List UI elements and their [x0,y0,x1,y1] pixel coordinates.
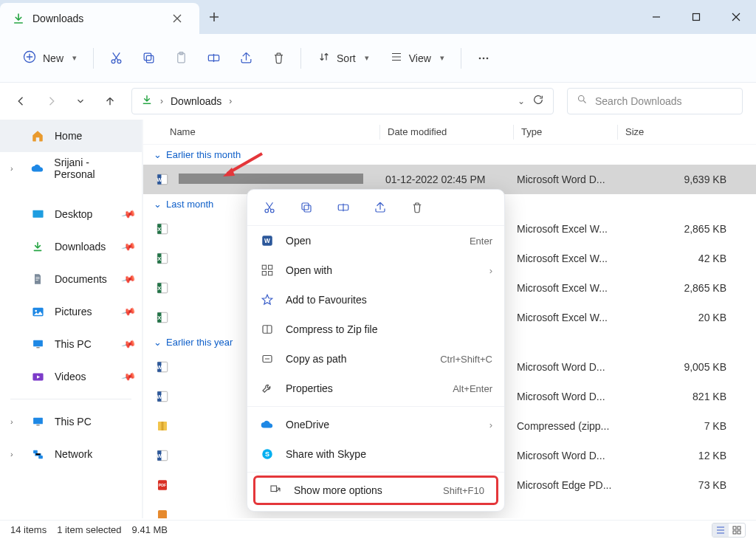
side-label: Documents [55,273,107,285]
file-size: 2,865 KB [626,223,756,235]
copypath-icon [259,352,275,365]
pin-icon[interactable]: 📌 [120,304,136,320]
ctx-compress[interactable]: Compress to Zip file [247,315,504,344]
chevron-down-icon: ▾ [440,53,444,63]
close-window-button[interactable] [716,0,756,34]
search-box[interactable] [567,88,743,114]
paste-button[interactable] [166,44,196,73]
zip-icon [259,323,275,336]
cut-button[interactable] [259,197,280,218]
file-size: 9,639 KB [626,174,756,185]
sidebar-item-onedrive[interactable]: › Srijani - Personal [0,152,142,185]
side-label: Home [55,130,82,142]
pin-icon[interactable]: 📌 [120,272,136,287]
grid-view-button[interactable] [729,523,745,537]
sidebar-item-network[interactable]: › Network [0,438,142,470]
column-type[interactable]: Type [514,126,617,137]
ctx-skype[interactable]: S Share with Skype [247,439,504,469]
file-type: Microsoft Word D... [517,361,626,373]
copy-button[interactable] [296,197,317,218]
ctx-show-more[interactable]: Show more options Shift+F10 [255,478,496,503]
view-button[interactable]: View ▾ [381,44,453,73]
more-button[interactable] [469,44,498,73]
chevron-down-icon[interactable]: ⌄ [518,96,525,106]
ctx-add-favourites[interactable]: Add to Favourites [247,285,504,315]
pin-icon[interactable]: 📌 [120,207,136,222]
rename-button[interactable] [333,197,354,218]
ctx-open-with[interactable]: Open with › [247,255,504,285]
excel-icon: X [154,252,171,265]
column-name[interactable]: Name [143,126,379,137]
delete-button[interactable] [407,197,427,218]
sidebar-item-videos[interactable]: Videos 📌 [0,360,142,393]
svg-text:X: X [157,255,161,262]
back-button[interactable] [13,93,30,109]
file-list: Name Date modified Type Size ⌄Earlier th… [143,120,756,518]
rename-button[interactable] [199,44,228,73]
refresh-button[interactable] [532,94,544,109]
minimize-button[interactable] [636,0,676,34]
file-type: Microsoft Excel W... [517,282,626,294]
search-icon [577,94,588,108]
breadcrumb-sep: › [160,96,163,106]
new-tab-button[interactable] [199,0,229,34]
svg-rect-45 [162,422,164,430]
side-label: Downloads [55,241,106,253]
sidebar-item-downloads[interactable]: Downloads 📌 [0,230,142,263]
pin-icon[interactable]: 📌 [120,239,136,255]
search-input[interactable] [595,95,733,107]
column-size[interactable]: Size [618,126,756,137]
svg-text:W: W [157,176,162,183]
sidebar-item-desktop[interactable]: Desktop 📌 [0,198,142,230]
active-tab[interactable]: Downloads [0,3,199,34]
new-button[interactable]: New ▾ [13,44,86,73]
ctx-open[interactable]: W Open Enter [247,226,504,255]
address-bar[interactable]: › Downloads › ⌄ [131,88,554,114]
sidebar-item-thispc[interactable]: This PC 📌 [0,328,142,360]
column-date[interactable]: Date modified [380,126,513,137]
sidebar-item-pictures[interactable]: Pictures 📌 [0,295,142,328]
download-icon [12,12,25,25]
ctx-properties[interactable]: Properties Alt+Enter [247,374,504,403]
file-size: 2,865 KB [626,282,756,294]
file-type: Microsoft Word D... [517,391,626,402]
forward-button[interactable] [43,93,59,109]
file-type: Microsoft Word D... [517,174,626,185]
maximize-button[interactable] [676,0,716,34]
delete-button[interactable] [264,44,293,73]
excel-icon: X [154,222,171,236]
file-size: 7 KB [626,420,756,432]
recent-button[interactable] [72,93,89,109]
pin-icon[interactable]: 📌 [120,337,136,352]
svg-rect-59 [262,265,266,269]
ctx-onedrive[interactable]: OneDrive › [247,410,504,439]
sidebar-item-thispc[interactable]: › This PC [0,405,142,438]
svg-point-12 [579,96,585,102]
sidebar-item-documents[interactable]: Documents 📌 [0,263,142,295]
chevron-right-icon[interactable]: › [10,417,21,426]
chevron-right-icon[interactable]: › [10,164,21,173]
details-view-button[interactable] [712,523,729,537]
share-button[interactable] [231,44,261,73]
view-label: View [409,52,431,64]
breadcrumb[interactable]: Downloads [171,95,221,107]
sort-button[interactable]: Sort ▾ [309,44,378,73]
file-size: 12 KB [626,450,756,461]
close-tab-button[interactable] [167,8,188,29]
sidebar-item-home[interactable]: Home [0,120,142,152]
svg-point-10 [482,57,484,59]
ctx-copy-path[interactable]: Copy as path Ctrl+Shift+C [247,344,504,374]
chevron-right-icon[interactable]: › [10,450,21,459]
titlebar: Downloads [0,0,756,34]
document-icon [30,273,46,285]
svg-text:PDF: PDF [159,483,167,487]
up-button[interactable] [102,93,118,109]
word-doc-icon: W [154,449,171,462]
copy-button[interactable] [134,44,163,73]
zip-icon [154,419,171,433]
share-button[interactable] [370,197,391,218]
excel-icon: X [154,311,171,324]
cut-button[interactable] [101,44,131,73]
skype-icon: S [259,447,275,461]
pin-icon[interactable]: 📌 [120,369,136,385]
